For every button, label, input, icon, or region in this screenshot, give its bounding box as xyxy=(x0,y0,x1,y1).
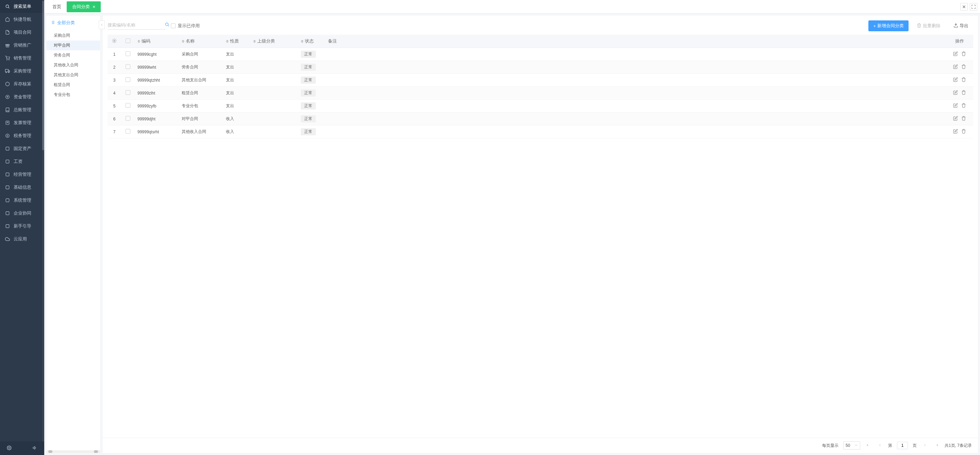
tab-contract-category[interactable]: 合同分类 × xyxy=(67,2,101,12)
delete-icon[interactable] xyxy=(961,77,966,83)
sidebar-item[interactable]: 经营管理 xyxy=(0,168,44,181)
invoice-icon xyxy=(5,120,10,125)
sort-status[interactable] xyxy=(301,40,304,43)
cell-nature: 支出 xyxy=(223,74,250,87)
fullscreen-button[interactable] xyxy=(970,3,977,11)
delete-icon[interactable] xyxy=(961,103,966,109)
manage-icon xyxy=(5,172,10,177)
close-all-tabs-button[interactable] xyxy=(960,3,968,11)
per-page-label: 每页显示 xyxy=(822,443,838,449)
edit-icon[interactable] xyxy=(953,129,958,135)
data-table: 编码 名称 性质 上级分类 状态 备注 操作 199999cght采购合同支出正… xyxy=(108,35,973,138)
sidebar-item[interactable]: 资金管理 xyxy=(0,90,44,103)
add-category-button[interactable]: + 新增合同分类 xyxy=(869,21,908,31)
page-prev-button[interactable] xyxy=(877,442,883,449)
edit-icon[interactable] xyxy=(953,51,958,57)
cell-remark xyxy=(325,61,946,74)
sidebar-item[interactable]: 销售管理 xyxy=(0,52,44,65)
show-disabled-checkbox-wrap[interactable]: 显示已停用 xyxy=(171,23,200,29)
sidebar-item[interactable]: 新手引导 xyxy=(0,220,44,233)
sidebar: 搜索菜单快捷导航项目合同营销推广销售管理采购管理库存核算资金管理总账管理发票管理… xyxy=(0,0,44,455)
cell-parent xyxy=(250,61,298,74)
page-first-button[interactable] xyxy=(865,442,872,449)
row-checkbox[interactable] xyxy=(126,51,130,56)
delete-icon[interactable] xyxy=(961,116,966,122)
sidebar-item[interactable]: 固定资产 xyxy=(0,142,44,155)
tree-item[interactable]: 其他支出合同 xyxy=(46,70,100,80)
system-icon xyxy=(5,198,10,203)
sort-name[interactable] xyxy=(182,40,185,43)
doc-icon xyxy=(5,30,10,35)
show-disabled-checkbox[interactable] xyxy=(171,24,176,28)
page-number-input[interactable] xyxy=(897,442,908,449)
sidebar-item[interactable]: 营销推广 xyxy=(0,39,44,52)
sidebar-item[interactable]: 总账管理 xyxy=(0,103,44,116)
tree-header[interactable]: 全部分类 xyxy=(46,16,100,29)
tree-item[interactable]: 专业分包 xyxy=(46,90,100,100)
export-button[interactable]: 导出 xyxy=(949,21,973,31)
row-checkbox[interactable] xyxy=(126,64,130,69)
svg-line-37 xyxy=(168,25,169,27)
table-scroll[interactable]: 编码 名称 性质 上级分类 状态 备注 操作 199999cght采购合同支出正… xyxy=(103,35,978,438)
sidebar-item[interactable]: 采购管理 xyxy=(0,65,44,78)
settings-icon[interactable] xyxy=(7,445,11,451)
tree-item[interactable]: 其他收入合同 xyxy=(46,60,100,70)
sidebar-item[interactable]: 项目合同 xyxy=(0,26,44,39)
svg-point-25 xyxy=(8,447,10,449)
edit-icon[interactable] xyxy=(953,116,958,122)
cell-parent xyxy=(250,100,298,113)
tree-horizontal-scrollbar[interactable] xyxy=(46,450,100,453)
tree-item[interactable]: 劳务合同 xyxy=(46,50,100,60)
delete-icon[interactable] xyxy=(961,51,966,57)
sort-code[interactable] xyxy=(137,40,140,43)
sound-icon[interactable] xyxy=(33,445,37,451)
sidebar-item[interactable]: 基础信息 xyxy=(0,181,44,194)
table-row: 299999lwht劳务合同支出正常 xyxy=(108,61,973,74)
row-checkbox[interactable] xyxy=(126,103,130,108)
edit-icon[interactable] xyxy=(953,90,958,96)
sidebar-item[interactable]: 系统管理 xyxy=(0,194,44,207)
sidebar-item[interactable]: 库存核算 xyxy=(0,78,44,90)
sort-nature[interactable] xyxy=(226,40,229,43)
sidebar-item[interactable]: 发票管理 xyxy=(0,116,44,129)
delete-icon[interactable] xyxy=(961,129,966,135)
row-checkbox[interactable] xyxy=(126,129,130,134)
sidebar-scrollbar-thumb[interactable] xyxy=(42,1,44,150)
delete-icon[interactable] xyxy=(961,64,966,70)
cell-nature: 收入 xyxy=(223,113,250,125)
close-icon[interactable]: × xyxy=(92,4,95,10)
sidebar-item-label: 资金管理 xyxy=(14,94,31,100)
sidebar-item[interactable]: 快捷导航 xyxy=(0,13,44,26)
sidebar-scroll[interactable]: 搜索菜单快捷导航项目合同营销推广销售管理采购管理库存核算资金管理总账管理发票管理… xyxy=(0,0,44,441)
delete-icon[interactable] xyxy=(961,90,966,96)
per-page-select[interactable]: 50 xyxy=(843,441,860,450)
sidebar-item[interactable]: 企业协同 xyxy=(0,207,44,220)
sidebar-item[interactable]: 工资 xyxy=(0,155,44,168)
batch-delete-button[interactable]: 批量删除 xyxy=(912,21,945,31)
status-badge: 正常 xyxy=(301,63,316,71)
row-checkbox[interactable] xyxy=(126,90,130,95)
tree-item[interactable]: 采购合同 xyxy=(46,31,100,40)
edit-icon[interactable] xyxy=(953,64,958,70)
search-icon[interactable] xyxy=(165,22,169,28)
search-input[interactable] xyxy=(108,22,165,27)
select-all-checkbox[interactable] xyxy=(126,38,130,43)
edit-icon[interactable] xyxy=(953,77,958,83)
scroll-thumb-right[interactable] xyxy=(94,450,98,453)
sidebar-item[interactable]: 搜索菜单 xyxy=(0,0,44,13)
scroll-thumb-left[interactable] xyxy=(48,450,52,453)
collapse-tree-button[interactable] xyxy=(99,21,105,29)
sort-parent[interactable] xyxy=(253,40,256,43)
page-last-button[interactable] xyxy=(933,442,940,449)
sidebar-item[interactable]: 云应用 xyxy=(0,233,44,246)
row-checkbox[interactable] xyxy=(126,77,130,82)
sidebar-item[interactable]: 税务管理 xyxy=(0,129,44,142)
tree-item[interactable]: 对甲合同 xyxy=(46,40,100,50)
tab-home[interactable]: 首页 xyxy=(47,2,67,12)
page-next-button[interactable] xyxy=(921,442,928,449)
edit-icon[interactable] xyxy=(953,103,958,109)
tree-item[interactable]: 租赁合同 xyxy=(46,80,100,90)
row-checkbox[interactable] xyxy=(126,116,130,121)
cell-nature: 支出 xyxy=(223,87,250,100)
gear-icon[interactable] xyxy=(112,39,117,44)
